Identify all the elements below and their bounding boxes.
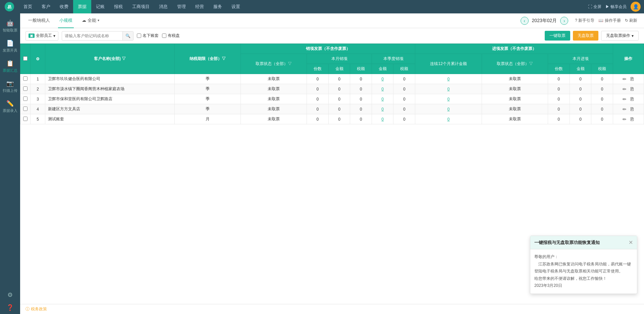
row-purchase-month-amount: 0 xyxy=(570,74,591,84)
view-icon[interactable]: 🖹 xyxy=(630,107,634,112)
search-input[interactable] xyxy=(62,34,122,38)
period-prev-button[interactable]: ‹ xyxy=(521,17,529,25)
sidebar-item-issue-invoice[interactable]: 📄 发票开具 xyxy=(1,37,19,56)
no-disk-ops-button[interactable]: 无盘取票操作 ▾ xyxy=(601,31,639,41)
th-purchase-month-tax: 税额 xyxy=(591,64,613,74)
user-avatar[interactable]: 👤 xyxy=(631,2,641,12)
manual-button[interactable]: 📖 操作手册 xyxy=(598,18,621,23)
notification-text-3: 给您带来的不便请谅解，祝您工作愉快！ xyxy=(534,275,633,282)
row-sales-12m: 0 xyxy=(415,104,482,114)
row-checkbox[interactable] xyxy=(20,104,31,114)
row-tax-period: 月 xyxy=(175,114,241,124)
select-all-checkbox[interactable] xyxy=(23,56,28,61)
th-purchase-month-amount: 金额 xyxy=(570,64,591,74)
table-row: 1 卫辉市玖玖健合医药有限公司 季 未取票 0 0 0 0 0 0 未取票 0 … xyxy=(20,74,644,84)
edit-icon[interactable]: ✏ xyxy=(623,107,627,112)
row-checkbox[interactable] xyxy=(20,94,31,104)
sub-tabs-bar: 一般纳税人 小规模 ☁ 全能 ▾ ‹ 2023年02月 › ? 新手引导 xyxy=(20,13,644,28)
row-sales-quarter-amount: 0 xyxy=(372,104,393,114)
row-sales-month-amount: 0 xyxy=(328,94,350,104)
edit-icon[interactable]: ✏ xyxy=(623,86,627,92)
member-icon: ▶ xyxy=(605,4,609,9)
row-sales-status: 未取票 xyxy=(241,74,307,84)
row-index: 4 xyxy=(31,104,45,114)
th-purchase-month: 本月进项 xyxy=(548,54,613,64)
nav-service[interactable]: 服务 xyxy=(209,0,227,13)
row-sales-12m: 0 xyxy=(415,74,482,84)
period-next-button[interactable]: › xyxy=(560,17,568,25)
nav-fee[interactable]: 收费 xyxy=(55,0,73,13)
th-sales-month-amount: 金额 xyxy=(328,64,350,74)
row-tax-period: 季 xyxy=(175,94,241,104)
view-icon[interactable]: 🖹 xyxy=(630,76,634,82)
view-icon[interactable]: 🖹 xyxy=(630,97,634,102)
no-disk-ticket-button[interactable]: 无盘取票 xyxy=(573,31,598,41)
tax-disk-filter[interactable]: 有税盘 xyxy=(162,33,180,39)
nav-tax[interactable]: 报税 xyxy=(109,0,127,13)
view-icon[interactable]: 🖹 xyxy=(630,86,634,92)
nav-menu: 首页 客户 收费 票据 记账 报税 工商项目 消息 管理 经营 服务 设置 xyxy=(19,0,588,13)
sidebar-item-invoice-summary[interactable]: 📋 票据汇总 xyxy=(1,57,19,76)
row-purchase-month-count: 0 xyxy=(548,114,570,124)
sidebar-item-invoice-entry[interactable]: ✏️ 票据录入 xyxy=(1,97,19,116)
tab-general-taxpayer[interactable]: 一般纳税人 xyxy=(27,13,51,28)
sidebar-item-scan-upload[interactable]: 📷 扫描上传 xyxy=(1,77,19,96)
row-sales-12m: 0 xyxy=(415,84,482,94)
fullscreen-button[interactable]: ⛶ 全屏 xyxy=(588,4,601,10)
th-sales-group: 销项发票（不含作废票） xyxy=(241,44,415,54)
th-sales-12m: 连续12个月累计金额 xyxy=(415,54,482,74)
search-icon: 🔍 xyxy=(125,34,130,38)
one-click-ticket-button[interactable]: 一键取票 xyxy=(545,31,570,41)
row-checkbox[interactable] xyxy=(20,84,31,94)
nav-accounting[interactable]: 记账 xyxy=(91,0,109,13)
nav-manage[interactable]: 管理 xyxy=(172,0,191,13)
nav-operation[interactable]: 经营 xyxy=(191,0,209,13)
edit-icon[interactable]: ✏ xyxy=(623,76,627,82)
th-purchase-group: 进项发票（不含作废票） xyxy=(415,44,613,54)
nav-business[interactable]: 工商项目 xyxy=(127,0,154,13)
th-sales-status: 取票状态（全部）▽ xyxy=(241,54,307,74)
name-account-checkbox[interactable] xyxy=(137,34,141,38)
beginner-guide-button[interactable]: ? 新手引导 xyxy=(575,18,594,23)
tax-policy-link[interactable]: ⓘ 税务政策 xyxy=(25,306,47,312)
search-button[interactable]: 🔍 xyxy=(122,31,133,41)
row-actions: ✏ 🖹 xyxy=(613,74,644,84)
sidebar-item-smart-ticket[interactable]: 🤖 智能取票 xyxy=(1,17,19,36)
nav-client[interactable]: 客户 xyxy=(37,0,55,13)
employee-filter[interactable]: ▣ 全部员工 ▾ xyxy=(25,31,58,41)
sidebar-item-settings[interactable]: ⚙ xyxy=(1,289,19,301)
member-button[interactable]: ▶ 畅享会员 xyxy=(605,4,627,10)
sidebar-item-help[interactable]: ❓ xyxy=(1,301,19,314)
row-actions: ✏ 🖹 xyxy=(613,104,644,114)
row-sales-month-tax: 0 xyxy=(350,84,372,94)
row-purchase-month-amount: 0 xyxy=(570,84,591,94)
th-purchase-status: 取票状态（全部）▽ xyxy=(482,54,548,74)
row-sales-month-amount: 0 xyxy=(328,114,350,124)
nav-message[interactable]: 消息 xyxy=(154,0,172,13)
table-row: 5 测试账套 月 未取票 0 0 0 0 0 0 未取票 0 0 0 ✏ 🖹 xyxy=(20,114,644,124)
edit-icon[interactable]: ✏ xyxy=(623,117,627,122)
edit-icon[interactable]: ✏ xyxy=(623,97,627,102)
nav-invoice[interactable]: 票据 xyxy=(73,0,91,13)
row-sales-quarter-tax: 0 xyxy=(393,74,415,84)
row-checkbox[interactable] xyxy=(20,114,31,124)
row-customer: 卫辉市保和堂医药有限公司卫辉路店 xyxy=(45,94,175,104)
nav-settings[interactable]: 设置 xyxy=(227,0,245,13)
row-index: 2 xyxy=(31,84,45,94)
tax-disk-checkbox[interactable] xyxy=(162,34,166,38)
smart-ticket-icon: 🤖 xyxy=(6,19,14,27)
row-purchase-month-tax: 0 xyxy=(591,104,613,114)
tab-all-in-one[interactable]: ☁ 全能 ▾ xyxy=(80,13,101,28)
row-purchase-month-count: 0 xyxy=(548,74,570,84)
refresh-button[interactable]: ↻ 刷新 xyxy=(625,18,637,23)
row-sales-month-count: 0 xyxy=(307,94,329,104)
view-icon[interactable]: 🖹 xyxy=(630,117,634,122)
nav-home[interactable]: 首页 xyxy=(19,0,37,13)
notification-close-button[interactable]: ✕ xyxy=(629,239,633,246)
row-checkbox[interactable] xyxy=(20,74,31,84)
tab-small-scale[interactable]: 小规模 xyxy=(58,13,74,28)
row-customer: 卫辉市玖玖健合医药有限公司 xyxy=(45,74,175,84)
scan-upload-icon: 📷 xyxy=(6,80,14,87)
name-account-filter[interactable]: 名下账套 xyxy=(137,33,159,39)
row-sales-quarter-amount: 0 xyxy=(372,84,393,94)
